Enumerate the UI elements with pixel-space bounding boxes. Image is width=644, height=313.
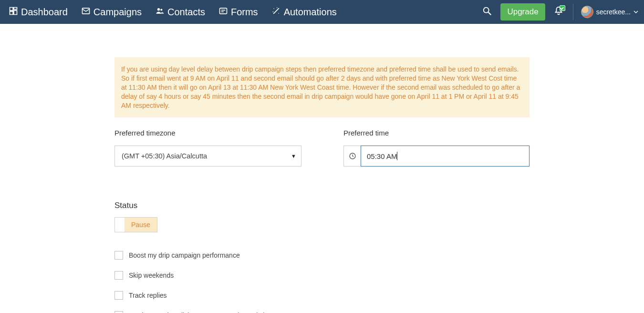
time-field: Preferred time 05:30 AM — [343, 129, 530, 167]
svg-point-2 — [160, 9, 162, 10]
clock-icon — [343, 146, 361, 167]
svg-point-10 — [484, 8, 489, 13]
timezone-value: (GMT +05:30) Asia/Calcutta — [122, 152, 207, 160]
option-track-replies[interactable]: Track replies — [114, 291, 530, 300]
option-label: Skip weekends — [129, 271, 174, 279]
separator — [573, 4, 573, 20]
timezone-label: Preferred timezone — [114, 129, 301, 137]
nav-right: Upgrade secretkee... — [478, 3, 638, 21]
svg-rect-3 — [219, 8, 227, 14]
upgrade-label: Upgrade — [507, 7, 538, 16]
time-input-group: 05:30 AM — [343, 146, 530, 167]
nav-campaigns[interactable]: Campaigns — [81, 6, 142, 18]
user-name-label: secretkee... — [596, 8, 631, 16]
nav-contacts[interactable]: Contacts — [155, 6, 205, 18]
notification-badge-icon — [560, 5, 565, 11]
pause-label: Pause — [131, 221, 150, 229]
text-cursor — [397, 152, 397, 160]
time-input[interactable]: 05:30 AM — [361, 146, 530, 167]
nav-label: Dashboard — [21, 7, 68, 18]
dashboard-icon — [9, 6, 18, 18]
option-boost[interactable]: Boost my drip campaign performance — [114, 251, 530, 260]
notifications-button[interactable] — [550, 3, 567, 21]
caret-down-icon: ▼ — [291, 153, 296, 159]
checkbox[interactable] — [114, 311, 123, 313]
svg-point-1 — [157, 8, 160, 10]
search-icon — [482, 6, 492, 18]
form-icon — [218, 6, 228, 18]
envelope-icon — [81, 6, 91, 18]
timezone-select[interactable]: (GMT +05:30) Asia/Calcutta ▼ — [114, 146, 301, 167]
upgrade-button[interactable]: Upgrade — [500, 3, 545, 21]
people-icon — [155, 6, 165, 18]
option-label: Boost my drip campaign performance — [129, 251, 240, 259]
main-content: If you are using day level delay between… — [114, 24, 530, 313]
checkbox[interactable] — [114, 271, 123, 280]
user-menu[interactable]: secretkee... — [581, 6, 638, 18]
status-label: Status — [114, 201, 530, 210]
nav-forms[interactable]: Forms — [218, 6, 258, 18]
toggle-off-segment — [115, 218, 125, 232]
time-label: Preferred time — [343, 129, 530, 137]
nav-label: Forms — [231, 7, 258, 18]
nav-label: Campaigns — [93, 7, 142, 18]
nav-automations[interactable]: Automations — [271, 6, 337, 18]
nav-left: Dashboard Campaigns Contacts Forms Autom — [9, 6, 337, 18]
time-value: 05:30 AM — [367, 152, 397, 160]
status-toggle[interactable]: Pause — [114, 217, 157, 232]
search-button[interactable] — [478, 3, 496, 21]
svg-point-7 — [278, 13, 279, 14]
option-track-ga[interactable]: Track campaign click report on Google An… — [114, 311, 530, 313]
timezone-field: Preferred timezone (GMT +05:30) Asia/Cal… — [114, 129, 301, 167]
toggle-pause-segment: Pause — [125, 218, 157, 232]
info-text: If you are using day level delay between… — [121, 65, 520, 109]
status-section: Status Pause — [114, 201, 530, 234]
wand-icon — [271, 6, 281, 18]
top-navbar: Dashboard Campaigns Contacts Forms Autom — [0, 0, 644, 24]
avatar — [581, 6, 593, 18]
checkbox[interactable] — [114, 251, 123, 260]
options-list: Boost my drip campaign performance Skip … — [114, 251, 530, 313]
svg-point-8 — [276, 7, 277, 8]
nav-label: Contacts — [167, 7, 205, 18]
option-label: Track replies — [129, 292, 167, 299]
preferences-row: Preferred timezone (GMT +05:30) Asia/Cal… — [114, 129, 530, 167]
chevron-down-icon — [634, 8, 638, 16]
svg-line-11 — [488, 12, 491, 15]
nav-label: Automations — [284, 7, 337, 18]
option-skip-weekends[interactable]: Skip weekends — [114, 271, 530, 280]
checkbox[interactable] — [114, 291, 123, 300]
info-banner: If you are using day level delay between… — [114, 57, 530, 117]
svg-point-9 — [272, 11, 273, 12]
svg-point-6 — [273, 8, 274, 9]
nav-dashboard[interactable]: Dashboard — [9, 6, 68, 18]
